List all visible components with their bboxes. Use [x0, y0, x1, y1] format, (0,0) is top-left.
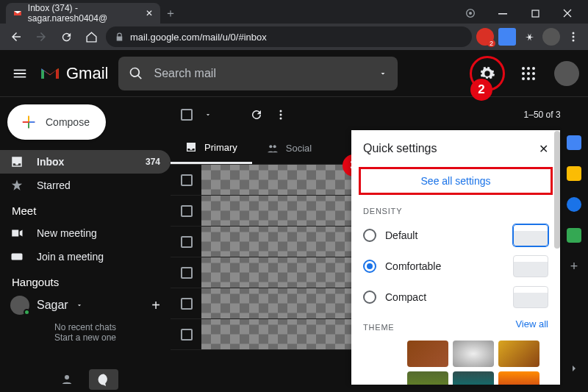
view-all-themes[interactable]: View all — [515, 318, 548, 329]
svg-point-4 — [573, 32, 575, 35]
gmail-favicon — [13, 8, 22, 18]
svg-rect-19 — [12, 254, 23, 260]
svg-rect-3 — [532, 10, 539, 17]
home-button[interactable] — [81, 26, 101, 47]
reload-button[interactable] — [56, 26, 76, 47]
search-box[interactable]: Search mail — [118, 57, 398, 90]
row-checkbox[interactable] — [181, 205, 193, 217]
sidebar-item-label: Starred — [37, 179, 71, 191]
presence-dot — [24, 309, 30, 316]
profile-avatar[interactable] — [542, 28, 560, 46]
svg-point-24 — [269, 145, 272, 148]
svg-rect-18 — [28, 123, 29, 128]
browser-tab[interactable]: Inbox (374) - sagar.naresh0404@ ✕ — [6, 3, 160, 24]
theme-swatch[interactable] — [453, 371, 494, 385]
refresh-icon[interactable] — [250, 108, 263, 121]
compose-button[interactable]: Compose — [7, 104, 106, 140]
back-button[interactable] — [6, 26, 26, 47]
row-checkbox[interactable] — [181, 174, 193, 186]
meet-heading: Meet — [0, 197, 171, 221]
svg-point-20 — [65, 375, 69, 379]
main-menu-button[interactable] — [12, 65, 29, 82]
chat-tab-contacts[interactable] — [52, 369, 82, 390]
close-icon[interactable]: ✕ — [539, 142, 548, 156]
quick-settings-title: Quick settings — [363, 142, 437, 155]
tab-social[interactable]: Social — [252, 132, 326, 164]
new-tab-button[interactable]: ＋ — [160, 3, 181, 24]
panel-scrollbar[interactable] — [554, 131, 560, 249]
chat-tab-hangouts[interactable] — [89, 369, 118, 390]
search-icon — [129, 66, 143, 81]
more-icon[interactable] — [275, 109, 287, 121]
maximize-button[interactable] — [520, 3, 550, 24]
contacts-addon-icon[interactable] — [567, 228, 581, 243]
chevron-down-icon[interactable] — [204, 111, 212, 118]
account-avatar[interactable] — [554, 61, 579, 86]
density-heading: DENSITY — [351, 195, 560, 220]
select-all-checkbox[interactable] — [181, 109, 193, 121]
new-chat-button[interactable]: + — [151, 297, 160, 314]
row-checkbox[interactable] — [181, 298, 193, 310]
row-checkbox[interactable] — [181, 236, 193, 248]
keep-addon-icon[interactable] — [567, 166, 581, 181]
row-checkbox[interactable] — [181, 329, 193, 341]
start-new-chat[interactable]: Start a new one — [0, 332, 171, 343]
theme-swatch[interactable] — [498, 341, 539, 367]
close-icon[interactable]: ✕ — [146, 8, 153, 18]
url-field[interactable]: mail.google.com/mail/u/0/#inbox — [106, 26, 472, 47]
star-icon — [10, 179, 24, 192]
svg-point-8 — [527, 67, 530, 70]
svg-point-14 — [527, 77, 530, 80]
theme-swatch[interactable] — [362, 371, 403, 385]
sidebar-item-inbox[interactable]: Inbox 374 — [0, 150, 171, 174]
row-checkbox[interactable] — [181, 267, 193, 279]
density-label: Compact — [385, 291, 426, 303]
extension-icon[interactable]: 2 — [476, 28, 494, 46]
svg-rect-16 — [28, 116, 29, 121]
compose-label: Compose — [46, 116, 90, 128]
inbox-count: 374 — [146, 157, 160, 167]
svg-point-23 — [280, 118, 282, 120]
theme-swatch[interactable] — [407, 371, 448, 385]
theme-swatch[interactable] — [498, 371, 539, 385]
density-label: Default — [385, 229, 417, 241]
close-window-button[interactable] — [553, 3, 582, 24]
tasks-addon-icon[interactable] — [567, 197, 581, 212]
theme-swatch[interactable] — [407, 341, 448, 367]
svg-point-11 — [527, 72, 530, 75]
apps-button[interactable] — [513, 58, 544, 89]
svg-point-7 — [522, 67, 525, 70]
meet-item-label: New meeting — [37, 227, 97, 239]
chrome-menu-button[interactable] — [564, 28, 582, 46]
density-option-default[interactable]: Default — [351, 220, 560, 251]
theme-swatch[interactable] — [362, 341, 403, 367]
url-text: mail.google.com/mail/u/0/#inbox — [130, 32, 267, 43]
minimize-button[interactable] — [488, 3, 517, 24]
density-label: Comfortable — [385, 260, 441, 272]
tab-primary[interactable]: Primary — [171, 132, 252, 164]
see-all-settings-button[interactable]: See all settings — [359, 167, 553, 195]
svg-point-15 — [532, 77, 535, 80]
chevron-down-icon[interactable] — [76, 302, 83, 309]
meet-new[interactable]: New meeting — [0, 221, 171, 245]
sidebar-item-starred[interactable]: Starred — [0, 174, 171, 197]
extensions-button[interactable] — [520, 28, 538, 46]
hide-panel-button[interactable] — [568, 363, 580, 374]
extension-translate-icon[interactable] — [498, 28, 516, 46]
get-addons-button[interactable]: + — [570, 259, 578, 274]
meet-join[interactable]: Join a meeting — [0, 245, 171, 268]
radio-icon — [363, 229, 376, 242]
tab-label: Primary — [204, 142, 237, 153]
forward-button[interactable] — [31, 26, 51, 47]
calendar-addon-icon[interactable] — [567, 135, 581, 150]
keyboard-icon — [10, 250, 24, 263]
gmail-logo[interactable]: Gmail — [40, 63, 108, 84]
theme-swatch[interactable] — [453, 341, 494, 367]
density-option-comfortable[interactable]: Comfortable — [351, 251, 560, 282]
hangouts-username: Sagar — [37, 299, 68, 312]
side-panel: + — [560, 97, 588, 385]
hangouts-heading: Hangouts — [0, 268, 171, 293]
density-option-compact[interactable]: Compact — [351, 282, 560, 313]
hangouts-user-row[interactable]: Sagar + — [0, 293, 171, 318]
chevron-down-icon[interactable] — [379, 69, 387, 78]
